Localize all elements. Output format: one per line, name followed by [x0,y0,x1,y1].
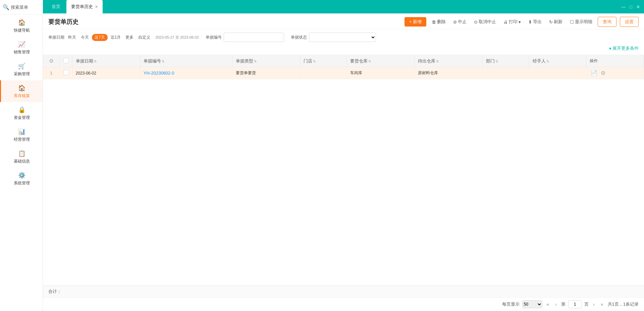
row-index: 1 [43,67,60,79]
operation-icon: 📊 [18,128,25,135]
delete-button[interactable]: 🗑 删除 [430,18,448,26]
first-page-button[interactable]: « [545,301,551,308]
row-doc-no: YH-20230602-0 [140,67,232,79]
next-page-button[interactable]: › [591,301,596,308]
last-page-button[interactable]: » [599,301,605,308]
row-edit-icon[interactable]: 📄 [590,70,598,76]
table-settings-icon[interactable]: ⚙ [49,58,54,64]
per-page-select[interactable]: 10 20 50 100 [522,300,542,308]
doc-no-link[interactable]: YH-20230602-0 [144,71,174,76]
sidebar-item-label: 基础信息 [14,159,30,164]
refresh-button[interactable]: ↻ 刷新 [547,18,565,26]
sort-icon-pending-warehouse: ⇅ [436,59,439,63]
sidebar-search[interactable]: 🔍 搜索菜单 [0,0,43,15]
page-content: 要货单历史 + 新增 🗑 删除 ⊘ 中止 ⊙ 取消中止 🖨 打印 [43,13,644,311]
col-doc-date[interactable]: 单据日期⇅ [72,55,140,67]
data-table: ⚙ 单据日期⇅ 单据编号⇅ 单据类型⇅ [43,55,644,79]
refresh-icon: ↻ [549,19,553,25]
summary-label: 合计： [48,289,61,294]
tab-close-icon[interactable]: ✕ [95,5,98,9]
col-settings: ⚙ [43,55,60,67]
sidebar: 🔍 搜索菜单 🏠 快捷导航 📈 销售管理 🛒 采购管理 🏠 库存核算 🔒 资金管… [0,0,43,311]
chevron-down-icon: ▾ [609,46,611,51]
date-btn-1month[interactable]: 近1月 [109,34,123,41]
sidebar-item-label: 经营管理 [14,137,30,142]
checkbox-display-icon: ☐ [570,19,574,25]
filter-row: 单据日期 昨天 今天 近7天 近1月 更多 自定义 2023-05-27 至 2… [48,33,639,42]
sidebar-item-finance[interactable]: 🔒 资金管理 [0,102,43,124]
delete-icon: 🗑 [432,19,436,25]
window-minimize-icon[interactable]: — [621,4,626,9]
sidebar-item-label: 销售管理 [14,49,30,55]
row-doc-type: 要货单要货 [232,67,300,79]
sort-icon-req-warehouse: ⇅ [368,59,371,63]
sidebar-item-inventory[interactable]: 🏠 库存核算 [0,80,43,102]
sidebar-item-basic[interactable]: 📋 基础信息 [0,146,43,168]
sales-icon: 📈 [18,41,25,48]
tab-home-label: 首页 [52,4,60,10]
page-input[interactable] [568,300,582,308]
col-handler[interactable]: 经手人⇅ [529,55,586,67]
stop-button[interactable]: ⊘ 中止 [451,18,469,26]
print-dropdown-icon: ▾ [519,19,521,25]
row-handler [529,67,586,79]
sidebar-item-system[interactable]: ⚙️ 系统管理 [0,168,43,189]
col-store[interactable]: 门店⇅ [300,55,347,67]
page-suffix: 页 [584,301,589,307]
query-button[interactable]: 查询 [598,17,616,27]
docno-filter-label: 单据编号 [206,35,222,40]
per-page-label: 每页显示 [502,301,520,307]
row-store [300,67,347,79]
col-pending-warehouse[interactable]: 待出仓库⇅ [415,55,482,67]
tab-requisition-history[interactable]: 要货单历史 ✕ [66,0,103,13]
display-detail-button[interactable]: ☐ 显示明细 [568,18,594,26]
row-department [482,67,529,79]
expand-filter-button[interactable]: ▾ 展开更多条件 [609,45,639,51]
filter-row2: ▾ 展开更多条件 [48,43,639,51]
print-button[interactable]: 🖨 打印 ▾ [501,18,523,26]
status-select[interactable] [309,33,376,42]
status-filter-group: 单据状态 [291,33,376,42]
window-close-icon[interactable]: ✕ [636,4,640,9]
row-more-icon[interactable]: ⚙ [600,70,606,76]
col-department[interactable]: 部门⇅ [482,55,529,67]
row-doc-date: 2023-06-02 [72,67,140,79]
date-btn-7days[interactable]: 近7天 [92,34,108,41]
date-btn-yesterday[interactable]: 昨天 [66,34,78,41]
sort-icon-doc-date: ⇅ [94,59,97,63]
inventory-icon: 🏠 [18,84,25,92]
col-req-warehouse[interactable]: 要货仓库⇅ [347,55,415,67]
docno-input[interactable] [224,33,284,42]
page-title: 要货单历史 [48,18,78,26]
top-bar: 首页 要货单历史 ✕ — □ ✕ [43,0,644,13]
tab-home[interactable]: 首页 [47,0,65,13]
tab-requisition-label: 要货单历史 [71,4,93,10]
cancel-stop-button[interactable]: ⊙ 取消中止 [472,18,498,26]
sidebar-item-label: 库存核算 [14,93,30,99]
basic-icon: 📋 [18,150,25,157]
sidebar-item-label: 快捷导航 [14,28,30,33]
page-header: 要货单历史 + 新增 🗑 删除 ⊘ 中止 ⊙ 取消中止 🖨 打印 [43,13,644,29]
date-btn-more[interactable]: 更多 [124,34,135,41]
table-area: ⚙ 单据日期⇅ 单据编号⇅ 单据类型⇅ [43,55,644,285]
select-all-checkbox[interactable] [63,58,69,63]
sort-icon-doc-type: ⇅ [254,59,257,63]
prev-page-button[interactable]: ‹ [553,301,558,308]
sidebar-item-quick-nav[interactable]: 🏠 快捷导航 [0,15,43,37]
date-btn-custom[interactable]: 自定义 [137,34,152,41]
row-select-checkbox[interactable] [63,70,69,75]
sidebar-item-sales[interactable]: 📈 销售管理 [0,37,43,58]
window-maximize-icon[interactable]: □ [630,4,632,9]
row-checkbox[interactable] [60,67,72,79]
sidebar-item-operation[interactable]: 📊 经营管理 [0,124,43,146]
main-area: 首页 要货单历史 ✕ — □ ✕ 要货单历史 + 新增 🗑 删除 ⊘ [43,0,644,311]
export-button[interactable]: ⬆ 导出 [526,18,544,26]
col-doc-type[interactable]: 单据类型⇅ [232,55,300,67]
col-doc-no[interactable]: 单据编号⇅ [140,55,232,67]
cancel-stop-icon: ⊙ [474,19,478,25]
date-btn-today[interactable]: 今天 [79,34,91,41]
new-button[interactable]: + 新增 [405,17,426,27]
print-icon: 🖨 [503,19,508,25]
settings-button[interactable]: 设置 [620,17,639,27]
sidebar-item-purchase[interactable]: 🛒 采购管理 [0,58,43,80]
